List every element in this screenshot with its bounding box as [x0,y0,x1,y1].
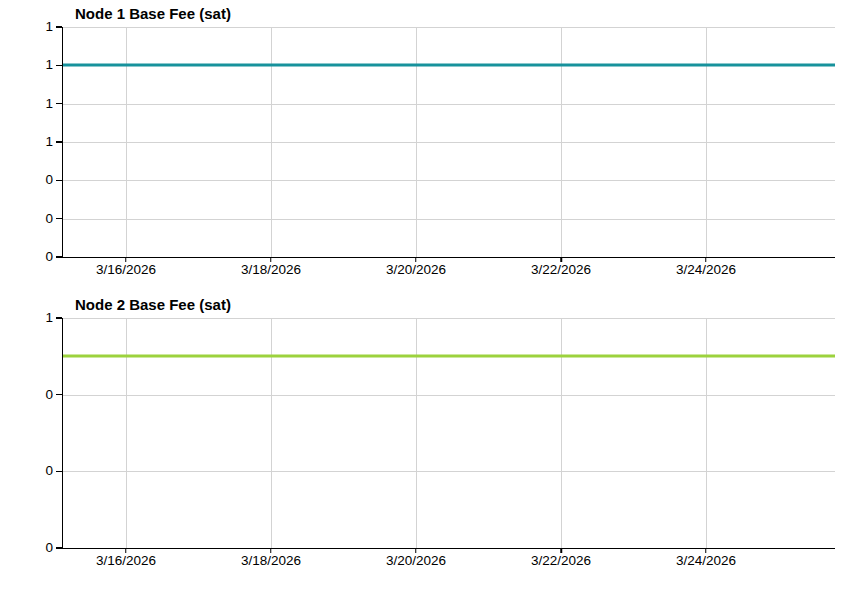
horizontal-gridline [63,471,835,472]
x-axis-tick-label: 3/16/2026 [96,263,156,277]
chart-node-1-base-fee: Node 1 Base Fee (sat) 3/16/20263/18/2026… [0,0,860,291]
horizontal-gridline [63,142,835,143]
y-axis-tick-mark [56,471,62,473]
x-axis-tick-label: 3/22/2026 [531,263,591,277]
plot-area: 3/16/20263/18/20263/20/20263/22/20263/24… [62,318,835,549]
y-axis-tick-mark [56,180,62,182]
y-axis-tick-mark [56,26,62,28]
node-1-base-fee-line [63,64,835,67]
horizontal-gridline [63,318,835,319]
chart-title: Node 1 Base Fee (sat) [75,5,231,22]
horizontal-gridline [63,104,835,105]
vertical-gridline [706,318,707,548]
chart-node-2-base-fee: Node 2 Base Fee (sat) 3/16/20263/18/2026… [0,291,860,582]
x-axis-tick-label: 3/20/2026 [386,263,446,277]
y-axis-tick-label: 0 [21,212,53,226]
x-axis-tick-label: 3/24/2026 [676,263,736,277]
x-axis-tick-label: 3/20/2026 [386,554,446,568]
y-axis-tick-mark [56,218,62,220]
y-axis-tick-mark [56,256,62,258]
y-axis-tick-label: 0 [21,250,53,264]
plot-area: 3/16/20263/18/20263/20/20263/22/20263/24… [62,27,835,258]
y-axis-tick-label: 0 [21,465,53,479]
y-axis-tick-mark [56,65,62,67]
x-axis-tick-label: 3/16/2026 [96,554,156,568]
y-axis-tick-label: 0 [21,388,53,402]
vertical-gridline [416,318,417,548]
y-axis-tick-label: 1 [21,135,53,149]
y-axis-tick-mark [56,141,62,143]
node-2-base-fee-line [63,355,835,358]
y-axis-tick-label: 1 [21,59,53,73]
y-axis-tick-label: 0 [21,174,53,188]
y-axis-tick-mark [56,103,62,105]
chart-title: Node 2 Base Fee (sat) [75,296,231,313]
x-axis-tick-label: 3/22/2026 [531,554,591,568]
horizontal-gridline [63,180,835,181]
y-axis-tick-label: 1 [21,311,53,325]
y-axis-tick-label: 1 [21,97,53,111]
y-axis-tick-mark [56,547,62,549]
x-axis-tick-label: 3/18/2026 [241,263,301,277]
horizontal-gridline [63,395,835,396]
x-axis-tick-label: 3/24/2026 [676,554,736,568]
horizontal-gridline [63,27,835,28]
horizontal-gridline [63,219,835,220]
vertical-gridline [271,318,272,548]
vertical-gridline [561,318,562,548]
vertical-gridline [126,318,127,548]
charts-panel: Node 1 Base Fee (sat) 3/16/20263/18/2026… [0,0,860,600]
x-axis-tick-label: 3/18/2026 [241,554,301,568]
y-axis-tick-label: 1 [21,20,53,34]
y-axis-tick-mark [56,394,62,396]
y-axis-tick-mark [56,317,62,319]
y-axis-tick-label: 0 [21,541,53,555]
